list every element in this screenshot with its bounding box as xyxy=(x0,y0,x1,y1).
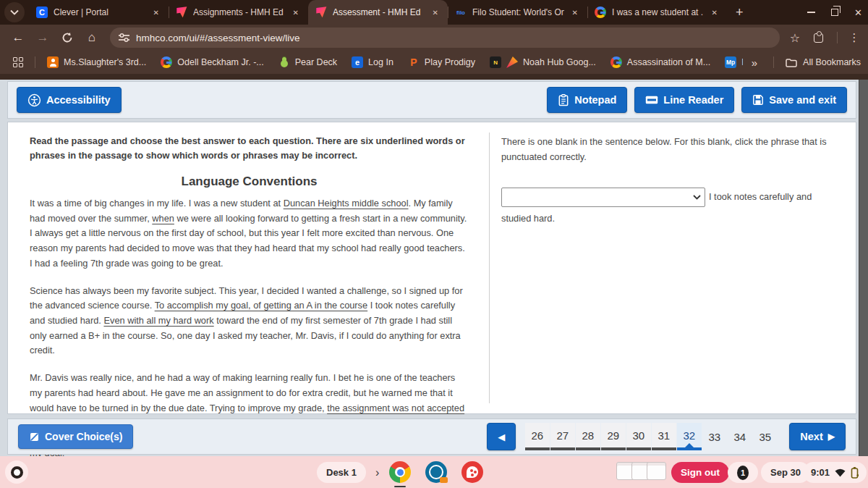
close-window-icon[interactable]: ✕ xyxy=(854,8,862,17)
window-previews[interactable] xyxy=(616,462,662,480)
bookmark-item[interactable]: eLog In xyxy=(346,54,399,71)
bookmarks-right: » All Bookmarks xyxy=(743,56,861,69)
page-number-32[interactable]: 32 xyxy=(677,423,702,450)
tab-close-icon[interactable]: ✕ xyxy=(710,7,720,18)
back-icon[interactable]: ← xyxy=(7,27,29,49)
passage-instructions: Read the passage and choose the best ans… xyxy=(30,134,469,164)
status-tray[interactable]: 9:01 xyxy=(803,462,867,483)
launcher-button[interactable] xyxy=(5,460,28,484)
extensions-icon[interactable] xyxy=(814,33,823,43)
next-label: Next xyxy=(800,431,822,442)
dropdown-chevron-icon xyxy=(693,195,701,200)
person-bookmark-icon xyxy=(47,56,59,68)
save-and-exit-button[interactable]: Save and exit xyxy=(741,87,847,113)
page-number-26[interactable]: 26 xyxy=(525,423,550,450)
underlined-phrase[interactable]: Duncan Heights middle school xyxy=(284,198,409,209)
next-button[interactable]: Next ▶ xyxy=(789,423,846,450)
bookmark-item[interactable]: Ms.Slaughter's 3rd... xyxy=(41,54,152,71)
line-reader-button[interactable]: Line Reader xyxy=(634,87,734,113)
site-settings-icon[interactable] xyxy=(119,33,129,42)
save-and-exit-label: Save and exit xyxy=(769,94,836,106)
bookmarks-overflow-icon[interactable]: » xyxy=(747,56,762,69)
bookmark-item[interactable]: NNoah Hub Goog... xyxy=(484,54,602,71)
tab-close-icon[interactable]: ✕ xyxy=(430,7,441,18)
accessibility-button[interactable]: Accessibility xyxy=(17,87,122,113)
assessment-header: Accessibility Notepad Line Reader Save a… xyxy=(7,81,856,119)
question-panel: There is one blank in the sentence below… xyxy=(490,122,856,413)
cover-choices-button[interactable]: Cover Choice(s) xyxy=(18,424,133,449)
navigation-toolbar: ← → ⌂ hmhco.com/ui/#/assessment-view/liv… xyxy=(0,25,868,51)
chrome-app-icon[interactable] xyxy=(389,461,411,483)
desk-switcher[interactable]: Desk 1 xyxy=(317,462,366,483)
new-tab-button[interactable]: + xyxy=(727,5,752,25)
browser-tab[interactable]: filoFilo Student: World's Only Liv✕ xyxy=(448,0,587,25)
restore-icon[interactable] xyxy=(831,9,838,16)
bookmark-item[interactable]: PPlay Prodigy xyxy=(402,54,481,71)
notification-counter[interactable]: 1 xyxy=(728,462,758,483)
page-number-31[interactable]: 31 xyxy=(652,423,676,450)
home-icon[interactable]: ⌂ xyxy=(81,27,103,49)
desk-label: Desk 1 xyxy=(326,467,357,478)
page-number-27[interactable]: 27 xyxy=(550,423,575,450)
page-number-30[interactable]: 30 xyxy=(626,423,651,450)
edmentum-bookmark-icon: e xyxy=(352,56,363,68)
bookmark-item[interactable]: Assassination of M... xyxy=(605,54,716,71)
compass-app-icon[interactable] xyxy=(425,461,447,483)
all-bookmarks-label[interactable]: All Bookmarks xyxy=(803,57,861,67)
time-label: 9:01 xyxy=(811,467,830,478)
tab-close-icon[interactable]: ✕ xyxy=(570,7,580,18)
question-sentence: I took notes carefully and studied hard. xyxy=(501,186,841,229)
bookmarks-list: Ms.Slaughter's 3rd...Odell Beckham Jr. -… xyxy=(41,54,861,71)
tab-close-icon[interactable]: ✕ xyxy=(291,7,301,18)
answer-dropdown[interactable] xyxy=(501,188,705,207)
toolbar-divider xyxy=(837,32,838,43)
accessibility-icon xyxy=(27,93,41,107)
reload-icon[interactable] xyxy=(56,27,78,49)
tab-title: I was a new student at . - Goo xyxy=(612,7,704,17)
browser-tab[interactable]: Assessment - HMH Ed✕ xyxy=(308,0,448,25)
browser-menu-icon[interactable]: ⋮ xyxy=(846,31,862,44)
page-number-29[interactable]: 29 xyxy=(601,423,626,450)
palette-app-icon[interactable] xyxy=(461,461,483,483)
page-number-28[interactable]: 28 xyxy=(576,423,600,450)
question-prompt: There is one blank in the sentence below… xyxy=(501,134,841,164)
underlined-phrase[interactable]: when xyxy=(152,213,174,224)
apps-grid-icon[interactable] xyxy=(13,57,23,67)
bookmark-item[interactable]: Odell Beckham Jr. -... xyxy=(155,54,269,71)
page-number-34[interactable]: 34 xyxy=(728,423,752,450)
battery-icon xyxy=(851,466,859,479)
address-bar[interactable]: hmhco.com/ui/#/assessment-view/live xyxy=(110,28,780,48)
tab-close-icon[interactable]: ✕ xyxy=(151,7,161,18)
page-number-33[interactable]: 33 xyxy=(702,423,727,450)
bookmark-star-icon[interactable]: ☆ xyxy=(786,31,804,45)
tab-search-button[interactable] xyxy=(4,2,25,22)
minimize-icon[interactable] xyxy=(807,12,815,13)
browser-tab[interactable]: Assignments - HMH Ed✕ xyxy=(169,0,308,25)
browser-tab[interactable]: I was a new student at . - Goo✕ xyxy=(587,0,727,25)
filo-favicon-icon: filo xyxy=(455,7,467,18)
pagination: ◀ 26272829303132333435 Next ▶ xyxy=(487,423,846,450)
sign-out-button[interactable]: Sign out xyxy=(671,462,729,483)
chrome-active-indicator xyxy=(394,486,406,488)
page-number-35[interactable]: 35 xyxy=(753,423,778,450)
next-arrow-icon: ▶ xyxy=(828,432,835,442)
underlined-phrase[interactable]: Even with all my hard work xyxy=(103,315,213,326)
google-bookmark-icon xyxy=(161,56,172,68)
browser-tab[interactable]: CClever | Portal✕ xyxy=(29,0,169,25)
google-bookmark-icon xyxy=(610,56,622,68)
notepad-icon xyxy=(558,94,569,106)
bookmark-item[interactable]: Pear Deck xyxy=(273,54,343,71)
notepad-button[interactable]: Notepad xyxy=(547,87,627,113)
tab-title: Clever | Portal xyxy=(54,7,145,17)
desk-next-icon[interactable]: › xyxy=(372,462,383,483)
previous-page-button[interactable]: ◀ xyxy=(487,423,516,450)
noah-bookmark-icon: N xyxy=(490,56,501,68)
page-scrollbar[interactable] xyxy=(859,80,868,456)
underlined-phrase[interactable]: To accomplish my goal, of getting an A i… xyxy=(155,300,368,311)
forward-icon[interactable]: → xyxy=(32,27,54,49)
tab-title: Filo Student: World's Only Liv xyxy=(472,7,564,17)
party-icon xyxy=(506,56,518,68)
tabs-container: CClever | Portal✕Assignments - HMH Ed✕As… xyxy=(29,0,727,25)
passage-paragraph: It was a time of big changes in my life.… xyxy=(30,196,469,272)
url-text[interactable]: hmhco.com/ui/#/assessment-view/live xyxy=(136,33,300,43)
